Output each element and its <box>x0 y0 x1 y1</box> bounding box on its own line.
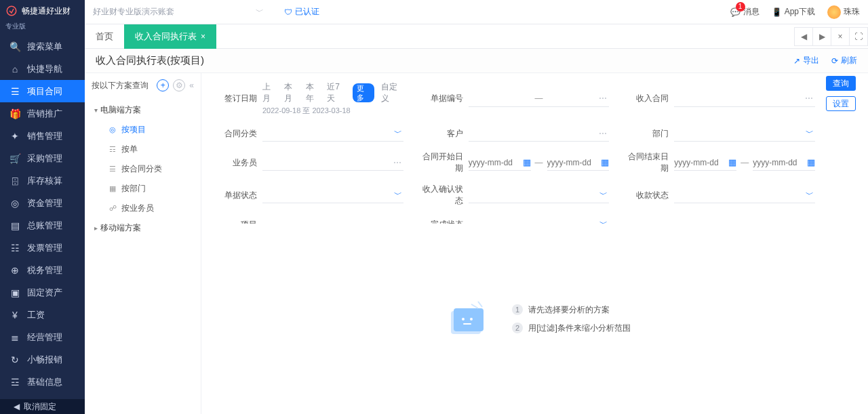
sidebar-unpin[interactable]: ◀取消固定 <box>0 399 85 414</box>
tag-last-month[interactable]: 上月 <box>262 81 277 104</box>
input-income-contract[interactable]: ⋯ <box>674 91 815 107</box>
close-icon[interactable]: × <box>201 32 205 41</box>
tab-home[interactable]: 首页 <box>85 24 124 49</box>
add-scheme-button[interactable]: + <box>157 79 169 91</box>
tabs-prev-button[interactable]: ◀ <box>794 27 813 46</box>
nav-ledger[interactable]: ▤总账管理 <box>0 214 85 236</box>
customer-text[interactable] <box>469 129 610 138</box>
label-salesman: 业务员 <box>214 157 257 169</box>
account-name: 好业财专业版演示账套 <box>93 6 174 18</box>
account-selector[interactable]: 好业财专业版演示账套 ﹀ <box>93 6 264 18</box>
select-income-confirm[interactable]: ﹀ <box>469 187 610 203</box>
leaf-by-salesman[interactable]: ☍按业务员 <box>85 199 201 218</box>
field-contract-end: 合同结束日期 ▦ — ▦ <box>625 151 815 174</box>
nav-base[interactable]: ☲基础信息 <box>0 371 85 393</box>
app-download-button[interactable]: 📱 App下载 <box>772 6 815 18</box>
nav-label: 工资 <box>27 309 45 321</box>
tag-custom[interactable]: 自定义 <box>381 81 403 104</box>
label-income-confirm: 收入确认状态 <box>420 184 463 207</box>
calendar-icon[interactable]: ▦ <box>523 157 531 167</box>
export-button[interactable]: ↗导出 <box>793 55 819 66</box>
tabs-next-button[interactable]: ▶ <box>812 27 831 46</box>
select-department[interactable]: ﹀ <box>674 125 815 142</box>
salesman-text[interactable] <box>262 158 403 167</box>
nav-invoice[interactable]: ☷发票管理 <box>0 236 85 259</box>
step-number: 2 <box>512 323 523 333</box>
tab-income-contract[interactable]: 收入合同执行表 × <box>124 24 216 49</box>
calendar-icon[interactable]: ▦ <box>807 157 815 167</box>
select-receipt-status[interactable]: ﹀ <box>674 187 815 203</box>
income-contract-text[interactable] <box>674 94 815 103</box>
leaf-label: 按业务员 <box>121 203 154 214</box>
date-start-from[interactable]: ▦ <box>469 154 531 171</box>
select-contract-class[interactable]: ﹀ <box>262 125 403 142</box>
date-input[interactable] <box>674 158 736 167</box>
field-doc-status: 单据状态 ﹀ <box>214 187 403 203</box>
nav-inventory[interactable]: ⌹库存核算 <box>0 169 85 192</box>
nav-tax[interactable]: ⊕税务管理 <box>0 259 85 281</box>
contract-class-text[interactable] <box>262 129 403 138</box>
nav-label: 税务管理 <box>27 264 62 276</box>
dots-icon[interactable]: ⋯ <box>599 94 608 103</box>
leaf-by-dept[interactable]: ▦按部门 <box>85 179 201 199</box>
nav-salary[interactable]: ¥工资 <box>0 304 85 326</box>
nav-label: 库存核算 <box>27 175 62 187</box>
dots-icon[interactable]: ⋯ <box>599 129 608 138</box>
field-department: 部门 ﹀ <box>625 125 815 142</box>
messages-button[interactable]: 💬 消息 1 <box>730 6 760 18</box>
download-label: App下载 <box>785 6 815 18</box>
input-salesman[interactable]: ⋯ <box>262 154 403 171</box>
edition-label: 专业版 <box>5 22 26 31</box>
tag-this-month[interactable]: 本月 <box>284 81 299 104</box>
date-end-to[interactable]: ▦ <box>753 154 815 171</box>
tag-more[interactable]: 更多 <box>353 83 374 102</box>
settings-button[interactable]: 设置 <box>826 96 856 111</box>
collapse-panel-button[interactable]: « <box>189 81 194 90</box>
calendar-icon[interactable]: ▦ <box>601 157 609 167</box>
leaf-by-project[interactable]: ◎按项目 <box>85 120 201 140</box>
user-menu[interactable]: 珠珠 <box>827 5 860 19</box>
nav-label: 快捷导航 <box>27 63 62 75</box>
leaf-by-class[interactable]: ☰按合同分类 <box>85 159 201 179</box>
refresh-button[interactable]: ⟳刷新 <box>831 55 857 66</box>
nav-project-contract[interactable]: ☰项目合同 <box>0 80 85 102</box>
field-customer: 客户 ⋯ <box>420 125 610 142</box>
input-customer[interactable]: ⋯ <box>469 125 610 142</box>
select-doc-status[interactable]: ﹀ <box>262 187 403 203</box>
nav-reimburse[interactable]: ↻小畅报销 <box>0 348 85 371</box>
date-input[interactable] <box>753 158 815 167</box>
date-input[interactable] <box>469 158 531 167</box>
chevron-down-icon: ﹀ <box>806 189 814 201</box>
dots-icon[interactable]: ⋯ <box>393 158 402 167</box>
nav-sales[interactable]: ✦销售管理 <box>0 125 85 147</box>
tag-last7[interactable]: 近7天 <box>327 81 346 104</box>
nav-operation[interactable]: ≣经营管理 <box>0 326 85 348</box>
department-text[interactable] <box>674 129 815 138</box>
nav-quick[interactable]: ⌂快捷导航 <box>0 58 85 80</box>
chevron-down-icon: ﹀ <box>806 127 814 139</box>
invoice-icon: ☷ <box>9 243 20 253</box>
receipt-status-text[interactable] <box>674 190 815 200</box>
fullscreen-button[interactable]: ⛶ <box>849 27 868 46</box>
tabs-close-button[interactable]: × <box>831 27 850 46</box>
leaf-by-doc[interactable]: ☶按单 <box>85 140 201 159</box>
tree-group-mobile[interactable]: ▸移动端方案 <box>85 218 201 238</box>
nav-fund[interactable]: ◎资金管理 <box>0 192 85 214</box>
calendar-icon[interactable]: ▦ <box>728 157 736 167</box>
tree-group-pc[interactable]: ▾电脑端方案 <box>85 100 201 120</box>
date-end-from[interactable]: ▦ <box>674 154 736 171</box>
nav-purchase[interactable]: 🛒采购管理 <box>0 147 85 169</box>
nav-marketing[interactable]: 🎁营销推广 <box>0 102 85 125</box>
doc-status-text[interactable] <box>262 190 403 200</box>
tag-this-year[interactable]: 本年 <box>306 81 321 104</box>
scheme-settings-button[interactable]: ⚙ <box>173 79 185 91</box>
nav-asset[interactable]: ▣固定资产 <box>0 281 85 304</box>
input-doc-no[interactable]: —⋯ <box>469 91 610 107</box>
nav-search-menu[interactable]: 🔍搜索菜单 <box>0 35 85 58</box>
dots-icon[interactable]: ⋯ <box>805 94 814 103</box>
query-button[interactable]: 查询 <box>826 76 856 91</box>
leaf-label: 按单 <box>121 144 138 155</box>
date-start-to[interactable]: ▦ <box>547 154 610 171</box>
income-confirm-text[interactable] <box>469 190 610 200</box>
date-input[interactable] <box>547 158 610 167</box>
